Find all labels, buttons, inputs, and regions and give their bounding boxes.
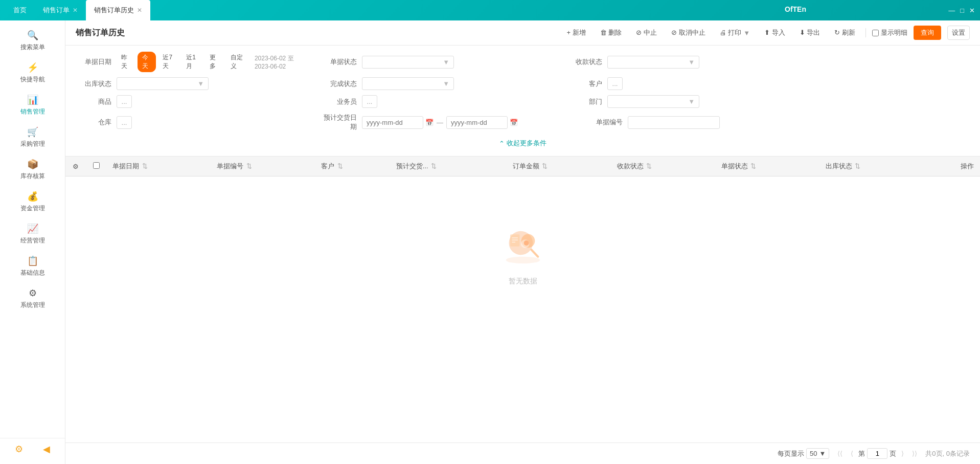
th-expected-date-sort[interactable]: ⇅	[431, 162, 437, 170]
sidebar-item-basic-info[interactable]: 📋 基础信息	[0, 250, 65, 282]
collapse-filter-btn[interactable]: ⌃ 收起更多条件	[76, 137, 970, 150]
warehouse-picker-btn[interactable]: ...	[117, 116, 132, 129]
tab-sales-order-history-close[interactable]: ✕	[137, 7, 142, 14]
date-yesterday-btn[interactable]: 昨天	[117, 52, 135, 72]
calendar-to-icon[interactable]: 📅	[510, 119, 518, 126]
tab-sales-order-close[interactable]: ✕	[73, 7, 78, 14]
th-payment-status[interactable]: 收款状态 ⇅	[611, 157, 715, 176]
customer-picker-btn[interactable]: ...	[607, 77, 623, 90]
collapse-up-icon: ⌃	[499, 140, 505, 147]
page-number-input[interactable]	[867, 448, 887, 459]
calendar-from-icon[interactable]: 📅	[425, 119, 434, 126]
sidebar-item-system[interactable]: ⚙ 系统管理	[0, 282, 65, 315]
th-checkbox[interactable]	[86, 157, 106, 176]
date-7days-btn[interactable]: 近7天	[158, 52, 179, 72]
th-amount-sort[interactable]: ⇅	[542, 162, 548, 170]
th-delivery-status[interactable]: 出库状态 ⇅	[819, 157, 924, 176]
date-more-btn[interactable]: 更多	[205, 52, 224, 72]
date-today-btn[interactable]: 今天	[138, 52, 156, 72]
close-btn[interactable]: ✕	[969, 7, 975, 14]
tab-bar: 首页 销售订单 ✕ 销售订单历史 ✕	[5, 0, 948, 20]
cancel-stop-button[interactable]: ⊘ 取消中止	[667, 26, 710, 39]
expected-date-label: 预计交货日期	[321, 113, 362, 131]
department-arrow-icon: ▼	[688, 98, 695, 105]
sidebar-item-finance[interactable]: 💰 资金管理	[0, 186, 65, 218]
th-payment-status-sort[interactable]: ⇅	[646, 162, 652, 170]
th-order-no[interactable]: 单据编号 ⇅	[211, 157, 315, 176]
select-all-checkbox[interactable]	[93, 162, 100, 169]
per-page-arrow-icon: ▼	[819, 450, 826, 457]
th-order-no-sort[interactable]: ⇅	[246, 162, 252, 170]
collapse-sidebar-icon[interactable]: ◀	[43, 444, 50, 455]
date-custom-btn[interactable]: 自定义	[226, 52, 249, 72]
empty-text: 暂无数据	[509, 277, 537, 286]
purchase-icon: 🛒	[27, 126, 38, 138]
sidebar-item-inventory[interactable]: 📦 库存核算	[0, 153, 65, 186]
print-button[interactable]: 🖨 打印 ▼	[716, 26, 755, 39]
product-picker-btn[interactable]: ...	[117, 95, 132, 108]
salesperson-picker-btn[interactable]: ...	[362, 95, 377, 108]
date-1month-btn[interactable]: 近1月	[181, 52, 203, 72]
th-expected-date[interactable]: 预计交货... ⇅	[390, 157, 507, 176]
complete-status-select[interactable]: ▼	[362, 77, 454, 90]
minimize-btn[interactable]: —	[948, 7, 955, 14]
th-gear[interactable]: ⚙	[65, 157, 86, 176]
sidebar-item-quick-nav[interactable]: ⚡ 快捷导航	[0, 57, 65, 89]
new-button[interactable]: + 新增	[563, 26, 590, 39]
th-customer[interactable]: 客户 ⇅	[315, 157, 390, 176]
sidebar-item-operations[interactable]: 📈 经营管理	[0, 218, 65, 250]
th-date-sort[interactable]: ⇅	[142, 162, 148, 170]
date-to-input[interactable]	[446, 116, 508, 129]
sidebar-item-sales[interactable]: 📊 销售管理	[0, 89, 65, 121]
settings-bottom-icon[interactable]: ⚙	[15, 444, 23, 455]
export-button[interactable]: ⬇ 导出	[795, 26, 825, 39]
brand-label: OfTEn	[785, 5, 806, 13]
date-from-input[interactable]	[362, 116, 423, 129]
th-doc-status[interactable]: 单据状态 ⇅	[715, 157, 819, 176]
order-no-input[interactable]	[628, 116, 720, 129]
sidebar-item-finance-label: 资金管理	[20, 204, 45, 213]
status-select[interactable]: ▼	[362, 56, 454, 69]
display-cols-input[interactable]	[872, 30, 879, 36]
tab-sales-order[interactable]: 销售订单 ✕	[35, 0, 86, 20]
import-button[interactable]: ⬆ 导入	[760, 26, 789, 39]
per-page-label: 每页显示	[778, 449, 804, 458]
query-button[interactable]: 查询	[914, 26, 941, 40]
sidebar-item-purchase[interactable]: 🛒 采购管理	[0, 121, 65, 153]
svg-point-4	[523, 240, 529, 246]
page-label: 第	[858, 449, 865, 458]
next-page-btn[interactable]: ⟩	[898, 449, 907, 458]
department-control: ▼	[607, 95, 802, 108]
th-order-no-label: 单据编号	[217, 162, 243, 170]
th-customer-sort[interactable]: ⇅	[337, 162, 343, 170]
per-page-value: 50	[810, 450, 817, 457]
inventory-icon: 📦	[27, 159, 38, 170]
tab-home[interactable]: 首页	[5, 0, 35, 20]
operations-icon: 📈	[27, 223, 38, 234]
stop-button[interactable]: ⊘ 中止	[632, 26, 661, 39]
department-select[interactable]: ▼	[607, 95, 699, 108]
complete-status-label: 完成状态	[321, 79, 362, 89]
sidebar-item-search[interactable]: 🔍 搜索菜单	[0, 25, 65, 57]
refresh-button[interactable]: ↻ 刷新	[830, 26, 859, 39]
table-body: 暂无数据	[65, 176, 980, 327]
display-cols-checkbox[interactable]: 显示明细	[872, 28, 907, 37]
empty-state-icon	[497, 217, 549, 269]
prev-page-btn[interactable]: ⟨	[848, 449, 856, 458]
th-amount[interactable]: 订单金额 ⇅	[507, 157, 611, 176]
main-layout: 🔍 搜索菜单 ⚡ 快捷导航 📊 销售管理 🛒 采购管理 📦 库存核算 💰 资金管…	[0, 20, 980, 464]
settings-button[interactable]: 设置	[947, 26, 970, 40]
maximize-btn[interactable]: □	[960, 7, 964, 14]
page-size-box[interactable]: 50 ▼	[806, 448, 829, 459]
delete-button[interactable]: 🗑 删除	[596, 26, 626, 39]
th-date[interactable]: 单据日期 ⇅	[106, 157, 211, 176]
th-delivery-status-sort[interactable]: ⇅	[855, 162, 860, 170]
delivery-status-select[interactable]: ▼	[117, 77, 209, 90]
payment-status-select[interactable]: ▼	[607, 56, 699, 69]
tab-sales-order-history[interactable]: 销售订单历史 ✕	[86, 0, 150, 20]
first-page-btn[interactable]: ⟨⟨	[834, 449, 846, 458]
last-page-btn[interactable]: ⟩⟩	[909, 449, 920, 458]
th-doc-status-sort[interactable]: ⇅	[750, 162, 756, 170]
status-arrow-icon: ▼	[443, 58, 449, 66]
expected-date-control: 📅 — 📅	[362, 116, 577, 129]
